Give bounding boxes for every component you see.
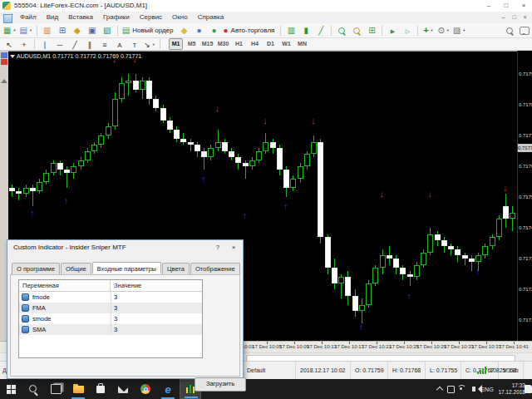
dialog-title-bar[interactable]: Custom Indicator - Insider Sniper MTF ? … — [7, 240, 243, 254]
store-button[interactable] — [90, 379, 111, 399]
strategy-tester-button[interactable] — [101, 24, 114, 37]
bar-chart-button[interactable] — [284, 24, 298, 37]
table-row[interactable]: fmode3 — [19, 292, 202, 303]
menu-item-2[interactable]: Вставка — [63, 12, 98, 23]
child-control-1[interactable]: □ — [509, 12, 520, 22]
load-button[interactable]: Загрузить — [195, 377, 246, 392]
sell-arrow-icon: ↓ — [503, 183, 508, 193]
candle-body — [435, 234, 441, 240]
menu-item-0[interactable]: Файл — [15, 12, 42, 23]
metaeditor-button[interactable] — [178, 24, 191, 37]
periods-button[interactable] — [436, 24, 450, 37]
label-tool[interactable] — [128, 37, 141, 51]
auto-trading-button[interactable]: Авто-торговля — [223, 24, 278, 37]
dialog-tab-0[interactable]: О программе — [12, 263, 60, 274]
mt4-window: 555504: LiteForex-ECN.com - [AUDUSD,M1] … — [0, 0, 532, 399]
timeframe-m1[interactable]: M1 — [169, 38, 183, 50]
navigator-button[interactable] — [71, 24, 84, 37]
indicators-button[interactable] — [421, 24, 435, 37]
dialog-tab-2[interactable]: Входные параметры — [92, 262, 161, 273]
candle-body — [448, 246, 454, 249]
parameters-table[interactable]: Переменная Значение fmode3FMA3smode3SMA3 — [18, 279, 203, 358]
menu-item-4[interactable]: Сервис — [135, 12, 167, 23]
menu-item-6[interactable]: Справка — [193, 12, 229, 23]
auto-scroll-button[interactable] — [386, 24, 399, 37]
child-control-0[interactable]: – — [498, 12, 509, 22]
wifi-icon[interactable] — [456, 379, 467, 399]
table-row[interactable]: SMA3 — [19, 324, 202, 335]
menu-item-5[interactable]: Окно — [167, 12, 193, 23]
profiles-button[interactable] — [18, 24, 32, 37]
menu-item-3[interactable]: Графики — [98, 12, 135, 23]
taskbar-search-button[interactable] — [22, 379, 44, 399]
trendline-tool[interactable] — [68, 37, 81, 51]
notification-center-icon[interactable] — [522, 379, 532, 399]
chart-shift-button[interactable] — [401, 24, 414, 37]
tile-windows-button[interactable] — [365, 24, 378, 37]
expert-advisors-button[interactable] — [193, 24, 206, 37]
volume-icon[interactable] — [468, 379, 479, 399]
dialog-help-button[interactable]: ? — [211, 242, 224, 253]
feedback-button[interactable] — [518, 24, 531, 37]
market-watch-button[interactable] — [41, 24, 54, 37]
dialog-tab-1[interactable]: Общие — [61, 263, 91, 274]
panel-up-arrow-icon[interactable] — [1, 76, 7, 83]
clock[interactable]: 17:33 17.12.2018 — [495, 379, 525, 399]
panel-restore-button[interactable] — [1, 52, 7, 58]
task-view-button[interactable] — [45, 379, 66, 399]
minimize-button[interactable]: – — [480, 0, 497, 11]
chrome-button[interactable] — [135, 379, 156, 399]
text-tool[interactable] — [113, 37, 126, 51]
auto-scroll-icon — [391, 26, 395, 36]
maximize-button[interactable]: □ — [498, 0, 515, 11]
timeframe-m5[interactable]: M5 — [185, 38, 199, 50]
zoom-in-button[interactable] — [335, 24, 348, 37]
panel-close-button[interactable] — [1, 59, 7, 65]
timeframe-mn[interactable]: MN — [295, 38, 309, 50]
timeframe-h1[interactable]: H1 — [232, 38, 246, 50]
new-chart-button[interactable] — [2, 24, 17, 37]
language-indicator[interactable]: ENG — [479, 379, 495, 399]
candlestick-button[interactable] — [299, 24, 313, 37]
zoom-out-button[interactable] — [350, 24, 363, 37]
dialog-close-button[interactable]: × — [227, 242, 240, 253]
data-window-button[interactable] — [56, 24, 69, 37]
child-control-2[interactable]: × — [520, 12, 530, 22]
vertical-line-tool[interactable] — [38, 37, 52, 51]
column-header-value: Значение — [111, 280, 141, 291]
pen-tray-icon[interactable] — [446, 379, 456, 399]
tray-expand-chevron[interactable] — [434, 379, 446, 399]
timeframe-d1[interactable]: D1 — [264, 38, 278, 50]
table-row[interactable]: FMA3 — [19, 303, 202, 313]
edge-button[interactable]: e — [157, 379, 179, 399]
fibonacci-tool[interactable] — [98, 37, 111, 51]
timeframe-h4[interactable]: H4 — [248, 38, 262, 50]
timeframe-m30[interactable]: M30 — [216, 38, 230, 50]
timeframe-m15[interactable]: M15 — [200, 38, 214, 50]
dialog-tab-3[interactable]: Цвета — [162, 263, 190, 274]
file-explorer-button[interactable] — [67, 379, 89, 399]
candle-body — [153, 99, 159, 108]
candle-body — [407, 274, 413, 277]
crosshair-tool[interactable] — [17, 37, 31, 51]
cursor-tool[interactable] — [2, 37, 16, 51]
templates-button[interactable] — [452, 24, 466, 37]
horizontal-line-tool[interactable] — [53, 37, 66, 51]
close-button[interactable]: × — [515, 0, 532, 11]
timeframe-w1[interactable]: W1 — [279, 38, 293, 50]
search-button[interactable] — [503, 24, 516, 37]
one-click-trading-arrow-icon[interactable] — [10, 55, 15, 61]
mail-button[interactable] — [112, 379, 134, 399]
channel-tool[interactable] — [83, 37, 96, 51]
menu-item-1[interactable]: Вид — [42, 12, 63, 23]
arrows-tool[interactable] — [143, 37, 156, 51]
line-chart-button[interactable] — [314, 24, 328, 37]
new-order-button[interactable]: Новый ордер — [121, 24, 176, 37]
community-button[interactable] — [208, 24, 221, 37]
start-button[interactable] — [0, 379, 22, 399]
candle-body — [496, 219, 502, 237]
dialog-tab-4[interactable]: Отображение — [190, 263, 240, 274]
table-row[interactable]: smode3 — [19, 313, 202, 324]
price-axis[interactable]: 0.717950.717850.717750.717650.717550.717… — [517, 51, 532, 341]
terminal-button[interactable] — [86, 24, 99, 37]
